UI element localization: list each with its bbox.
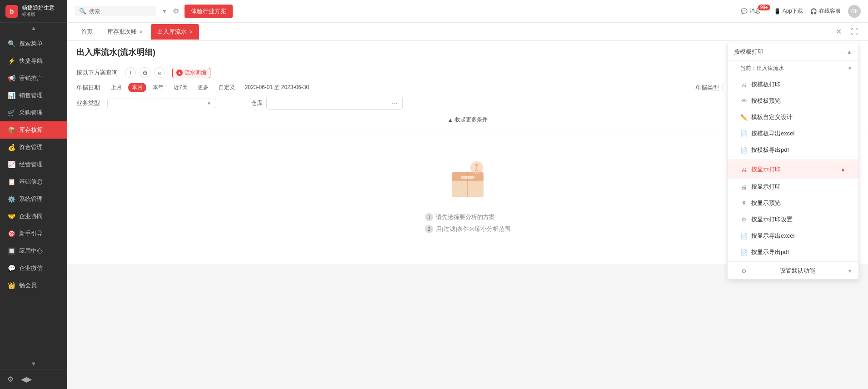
sidebar-item-inventory[interactable]: 📦 库存核算	[0, 121, 67, 139]
sidebar-item-member[interactable]: 👑 畅会员	[0, 277, 67, 294]
tab-bar-actions: ✕ ⛶	[833, 26, 861, 37]
user-avatar[interactable]: Rit	[848, 5, 861, 18]
dropdown-item-template-export-pdf[interactable]: 📄 按模板导出pdf	[728, 142, 858, 158]
inventory-icon: 📦	[7, 126, 15, 134]
dropdown-footer[interactable]: ⚙ 设置默认功能 ▼	[728, 263, 858, 279]
dropdown-item-display-export-excel[interactable]: 📄 按显示导出excel	[728, 228, 858, 244]
sidebar-footer: ⚙ ◀▶	[0, 369, 67, 389]
sidebar-item-shortcut-label: 快捷导航	[19, 57, 43, 65]
dropdown-item-display-preview[interactable]: 👁 按显示预览	[728, 195, 858, 211]
footer-expand-icon[interactable]: ◀▶	[21, 375, 32, 384]
dropdown-item-display-print[interactable]: 🖨 按显示打印	[728, 179, 858, 195]
dropdown-item-template-export-excel[interactable]: 📄 按模板导出excel	[728, 125, 858, 142]
display-print-settings-icon: ⚙	[740, 216, 748, 223]
warehouse-select[interactable]: ···	[266, 97, 403, 110]
date-tab-current-year[interactable]: 本年	[149, 83, 167, 92]
sidebar-scroll-down[interactable]: ▼	[0, 359, 67, 369]
sidebar-item-finance[interactable]: 💰 资金管理	[0, 139, 67, 156]
sidebar-item-shortcut[interactable]: ⚡ 快捷导航	[0, 52, 67, 70]
page-title: 出入库流水(流水明细)	[76, 47, 155, 58]
sidebar-item-member-label: 畅会员	[19, 281, 37, 289]
sidebar-item-marketing[interactable]: 📢 营销推广	[0, 70, 67, 87]
template-pdf-icon: 📄	[740, 146, 748, 154]
template-export-pdf-label: 按模板导出pdf	[751, 146, 789, 154]
display-collapse-btn[interactable]: ▲	[834, 165, 852, 175]
sales-icon: 📊	[7, 92, 15, 99]
tab-expand-button[interactable]: ⛶	[848, 26, 861, 37]
business-type-select[interactable]: ▼	[107, 99, 216, 108]
template-preview-label: 按模板预览	[751, 97, 781, 105]
date-tab-custom[interactable]: 自定义	[215, 83, 239, 92]
app-download-action[interactable]: 📱 App下载	[774, 7, 803, 15]
app-download-icon: 📱	[774, 8, 781, 15]
date-tab-current-month[interactable]: 本月	[128, 83, 146, 92]
sidebar-item-purchase-label: 采购管理	[19, 109, 43, 117]
date-tab-more[interactable]: 更多	[194, 83, 212, 92]
filter-add-button[interactable]: +	[125, 67, 136, 78]
tab-bar: 首页 库存批次账 × 出入库流水 × ✕ ⛶	[67, 23, 868, 41]
sidebar-item-sales[interactable]: 📊 销售管理	[0, 87, 67, 104]
template-print-label: 按模板打印	[751, 80, 781, 89]
empty-tip-1: 1 请先选择要分析的方案	[425, 213, 510, 221]
tab-batch[interactable]: 库存批次账 ×	[101, 24, 149, 40]
filter-settings-button[interactable]: ⚙	[140, 67, 150, 78]
sidebar-item-guide[interactable]: 🎯 新手引导	[0, 225, 67, 242]
dropdown-item-display-print-settings[interactable]: ⚙ 按显示打印设置	[728, 211, 858, 228]
sidebar-item-guide-label: 新手引导	[19, 229, 43, 238]
display-pdf-icon: 📄	[740, 249, 748, 256]
sidebar-scroll-up[interactable]: ▲	[0, 23, 67, 33]
tab-flow[interactable]: 出入库流水 ×	[151, 24, 199, 40]
tab-batch-close[interactable]: ×	[140, 29, 143, 35]
dots-icon[interactable]: ···	[839, 49, 844, 55]
business-type-label: 业务类型	[76, 99, 100, 107]
date-tab-7days[interactable]: 近7天	[170, 83, 191, 92]
display-print-label: 按显示打印	[751, 183, 781, 191]
display-section-label: 按显示打印	[751, 165, 781, 174]
sidebar-item-cooperation[interactable]: 🤝 企业协同	[0, 208, 67, 225]
filter-collapse-button[interactable]: «	[154, 67, 165, 78]
footer-settings-icon[interactable]: ⚙	[7, 375, 14, 384]
dropdown-item-display-header[interactable]: 🖨 按显示打印 ▲	[728, 160, 858, 179]
dropdown-item-template-print[interactable]: 🖨 按模板打印	[728, 76, 858, 93]
message-action[interactable]: 💬 消息 99+	[741, 7, 767, 15]
sidebar-item-operation-label: 经营管理	[19, 160, 43, 169]
svg-point-5	[475, 164, 478, 166]
date-range: 2023-06-01 至 2023-06-30	[245, 84, 309, 91]
dropdown-item-display-export-pdf[interactable]: 📄 按显示导出pdf	[728, 244, 858, 260]
warehouse-dots[interactable]: ···	[392, 99, 398, 107]
dropdown-current-item[interactable]: 当前：出入库流水 ▼	[728, 61, 858, 76]
dropdown-item-template-customize[interactable]: ✏️ 模板自定义设计	[728, 109, 858, 125]
header-dropdown-arrow[interactable]: ▼	[162, 8, 167, 15]
header-settings-icon[interactable]: ⚙	[173, 7, 179, 15]
sidebar-item-inventory-label: 库存核算	[19, 126, 43, 134]
sidebar-item-purchase[interactable]: 🛒 采购管理	[0, 104, 67, 121]
tab-flow-close[interactable]: ×	[190, 29, 193, 35]
sidebar-item-system[interactable]: ⚙️ 系统管理	[0, 190, 67, 208]
display-print-icon: 🖨	[740, 183, 748, 190]
dropdown-item-template-preview[interactable]: 👁 按模板预览	[728, 93, 858, 109]
sidebar-item-wechat[interactable]: 💬 企业微信	[0, 259, 67, 277]
dropdown-header: 按模板打印 ··· ▲	[728, 43, 858, 61]
tip-num-1: 1	[425, 213, 433, 221]
online-service-action[interactable]: 🎧 在线客服	[810, 7, 841, 15]
tab-home[interactable]: 首页	[75, 24, 99, 40]
trial-button[interactable]: 体验行业方案	[185, 5, 233, 18]
logo-name: 畅捷通好生意	[22, 5, 55, 12]
sidebar-item-search[interactable]: 🔍 搜索菜单	[0, 35, 67, 52]
system-icon: ⚙️	[7, 195, 15, 203]
chevron-up-icon[interactable]: ▲	[847, 49, 852, 55]
sidebar-item-basic[interactable]: 📋 基础信息	[0, 173, 67, 190]
header-search-box[interactable]: 🔍	[75, 6, 156, 16]
tab-home-label: 首页	[81, 28, 93, 36]
shortcut-icon: ⚡	[7, 57, 15, 65]
tab-close-button[interactable]: ✕	[833, 26, 844, 37]
dropdown-footer-label: 设置默认功能	[780, 267, 815, 275]
date-tab-last-month[interactable]: 上月	[107, 83, 125, 92]
sidebar-item-apps[interactable]: 🔲 应用中心	[0, 242, 67, 259]
sidebar-item-finance-label: 资金管理	[19, 143, 43, 151]
display-preview-icon: 👁	[740, 199, 748, 207]
sidebar-item-operation[interactable]: 📈 经营管理	[0, 156, 67, 173]
search-input[interactable]	[89, 8, 144, 15]
template-print-icon: 🖨	[740, 81, 748, 88]
search-icon: 🔍	[7, 40, 15, 47]
